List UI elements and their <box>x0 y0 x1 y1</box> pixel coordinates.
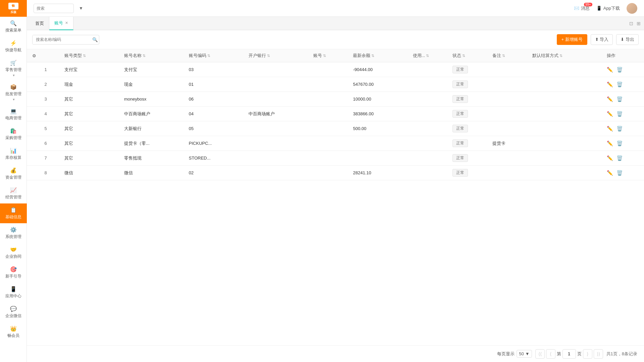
col-remarks[interactable]: 备注 ⇅ <box>490 49 530 62</box>
row-number: 5 <box>42 121 62 136</box>
delete-button[interactable]: 🗑️ <box>616 67 623 73</box>
next-page-button[interactable]: ⟩ <box>583 349 592 359</box>
row-balance: 547670.00 <box>350 77 410 92</box>
pagination-bar: 每页显示 50 ▼ ⟨⟨ ⟨ 第 页 ⟩ ⟩⟩ 共1页，8条记录 <box>27 345 644 362</box>
edit-button[interactable]: ✏️ <box>607 155 613 161</box>
topbar-dropdown[interactable]: ▼ <box>79 6 83 11</box>
row-usage <box>410 121 450 136</box>
col-account-name[interactable]: 账号名称 ⇅ <box>121 49 186 62</box>
export-button[interactable]: ⬇ 导出 <box>616 34 639 45</box>
sidebar-item-enterprise-agreement[interactable]: 🤝 企业协同 <box>0 243 27 263</box>
col-default-settlement[interactable]: 默认结算方式 ⇅ <box>530 49 604 62</box>
finance-icon: 💰 <box>10 167 17 174</box>
row-account-code: 06 <box>186 92 246 107</box>
sidebar-item-basic-info[interactable]: 📋 基础信息 <box>0 203 27 223</box>
delete-button[interactable]: 🗑️ <box>616 81 623 87</box>
sidebar-item-label: 企业微信 <box>5 313 21 319</box>
tab-home-label: 首页 <box>35 20 44 26</box>
sidebar-item-search-menu[interactable]: 🔍 搜索菜单 <box>0 17 27 37</box>
page-size-selector[interactable]: 50 ▼ <box>517 350 532 358</box>
edit-button[interactable]: ✏️ <box>607 111 613 117</box>
inventory-icon: 📊 <box>10 147 17 154</box>
row-checkbox-cell <box>27 166 42 180</box>
row-account-type: 支付宝 <box>62 62 121 77</box>
row-account-no <box>311 121 351 136</box>
sidebar-item-wholesale-mgmt[interactable]: 📦 批发管理 ▼ <box>0 80 27 105</box>
row-open-bank: 中百商场账户 <box>246 107 311 121</box>
row-number: 3 <box>42 92 62 107</box>
delete-button[interactable]: 🗑️ <box>616 140 623 146</box>
last-page-button[interactable]: ⟩⟩ <box>594 349 603 359</box>
delete-button[interactable]: 🗑️ <box>616 111 623 117</box>
edit-button[interactable]: ✏️ <box>607 140 613 146</box>
tab-minimize-icon[interactable]: ⊡ <box>629 21 633 26</box>
col-account-type[interactable]: 账号类型 ⇅ <box>62 49 121 62</box>
row-remarks <box>490 151 530 166</box>
import-button[interactable]: ⬆ 导入 <box>591 34 613 45</box>
sort-icon: ⇅ <box>207 54 210 58</box>
delete-button[interactable]: 🗑️ <box>616 126 623 132</box>
col-status[interactable]: 状态 ⇅ <box>450 49 490 62</box>
sidebar-item-label: 搜索菜单 <box>5 27 21 33</box>
guide-icon: 🎯 <box>10 266 17 273</box>
topbar-search-input[interactable] <box>34 4 74 13</box>
sidebar-item-finance-mgmt[interactable]: 💰 资金管理 <box>0 164 27 184</box>
edit-button[interactable]: ✏️ <box>607 170 613 176</box>
tab-account[interactable]: 账号 ✕ <box>49 17 73 30</box>
tab-home[interactable]: 首页 <box>30 17 49 30</box>
sidebar-item-system-mgmt[interactable]: ⚙️ 系统管理 <box>0 223 27 243</box>
app-download-button[interactable]: 📱 App下载 <box>596 5 620 11</box>
row-actions: ✏️ 🗑️ <box>604 166 644 180</box>
edit-button[interactable]: ✏️ <box>607 67 613 73</box>
search-input[interactable] <box>33 35 90 44</box>
page-number-input[interactable] <box>562 349 576 359</box>
col-balance[interactable]: 最新余额 ⇅ <box>350 49 410 62</box>
prev-page-button[interactable]: ⟨ <box>546 349 555 359</box>
app-icon: 📱 <box>596 6 602 11</box>
sidebar-item-quick-nav[interactable]: ⚡ 快捷导航 <box>0 37 27 56</box>
sidebar-item-app-center[interactable]: 📱 应用中心 <box>0 283 27 302</box>
edit-button[interactable]: ✏️ <box>607 96 613 102</box>
sidebar-item-ecommerce-mgmt[interactable]: 💻 电商管理 <box>0 105 27 124</box>
sidebar-item-inventory-check[interactable]: 📊 库存核算 <box>0 144 27 164</box>
sidebar-item-purchase-mgmt[interactable]: 🛍️ 采购管理 <box>0 124 27 144</box>
sidebar-item-label: 经营管理 <box>5 194 21 200</box>
tabbar: 首页 账号 ✕ ⊡ ⊞ <box>27 17 644 30</box>
col-account-no[interactable]: 账号 ⇅ <box>311 49 351 62</box>
table-row: 4 其它 中百商场账户 04 中百商场账户 383866.00 正常 ✏️ 🗑️ <box>27 107 644 121</box>
sidebar-item-beginner-guide[interactable]: 🎯 新手引导 <box>0 263 27 283</box>
row-account-no <box>311 107 351 121</box>
chevron-down-icon: ▼ <box>12 98 15 101</box>
tab-close-icon[interactable]: ✕ <box>65 21 68 25</box>
row-status: 正常 <box>450 107 490 121</box>
sidebar-item-vip-member[interactable]: 👑 畅会员 <box>0 322 27 342</box>
col-open-bank[interactable]: 开户银行 ⇅ <box>246 49 311 62</box>
add-account-button[interactable]: + 新增账号 <box>557 34 587 45</box>
search-button[interactable]: 🔍 <box>90 35 99 44</box>
sidebar-item-operations-mgmt[interactable]: 📈 经营管理 <box>0 184 27 203</box>
edit-button[interactable]: ✏️ <box>607 126 613 132</box>
col-account-code[interactable]: 账号编码 ⇅ <box>186 49 246 62</box>
col-usage[interactable]: 使用... ⇅ <box>410 49 450 62</box>
sidebar-item-enterprise-wechat[interactable]: 💬 企业微信 <box>0 302 27 322</box>
first-page-button[interactable]: ⟨⟨ <box>535 349 545 359</box>
delete-button[interactable]: 🗑️ <box>616 96 623 102</box>
row-actions: ✏️ 🗑️ <box>604 92 644 107</box>
delete-button[interactable]: 🗑️ <box>616 155 623 161</box>
row-usage <box>410 62 450 77</box>
row-account-code: 02 <box>186 166 246 180</box>
messages-button[interactable]: ✉️ 消息 99+ <box>574 5 590 11</box>
tab-expand-icon[interactable]: ⊞ <box>637 21 641 26</box>
delete-button[interactable]: 🗑️ <box>616 170 623 176</box>
edit-button[interactable]: ✏️ <box>607 81 613 87</box>
row-usage <box>410 92 450 107</box>
row-usage <box>410 107 450 121</box>
table-row: 8 微信 微信 02 28241.10 正常 ✏️ 🗑️ <box>27 166 644 180</box>
col-settings[interactable]: ⚙ <box>27 49 42 62</box>
user-avatar[interactable] <box>627 3 637 14</box>
retail-icon: 🛒 <box>10 60 17 66</box>
sidebar-item-retail-mgmt[interactable]: 🛒 零售管理 ▼ <box>0 56 27 80</box>
toolbar-right: + 新增账号 ⬆ 导入 ⬇ 导出 <box>557 34 639 45</box>
per-page-label: 每页显示 <box>497 351 515 357</box>
row-checkbox-cell <box>27 62 42 77</box>
